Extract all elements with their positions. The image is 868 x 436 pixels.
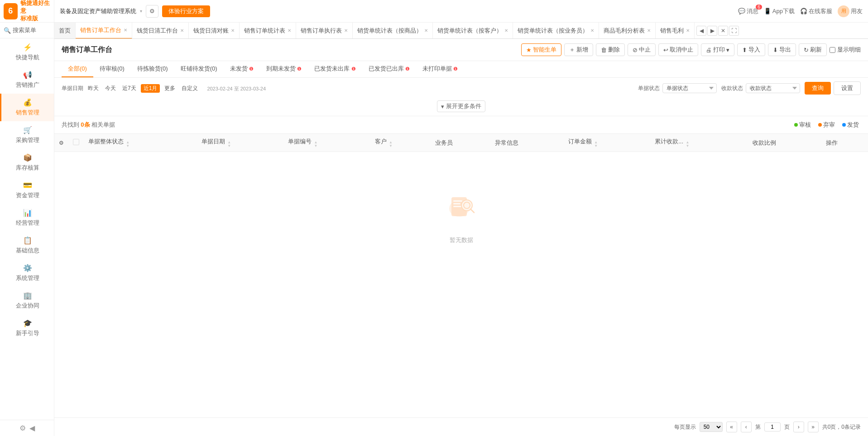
system-dropdown-arrow[interactable]: ▾: [140, 9, 142, 14]
delete-btn[interactable]: 🗑 删除: [596, 43, 625, 56]
sidebar-item-purchase[interactable]: 🛒 采购管理: [0, 121, 54, 149]
page-last-btn[interactable]: »: [808, 422, 819, 432]
select-all-checkbox[interactable]: [73, 139, 79, 145]
sort-date[interactable]: ▲▼: [227, 141, 231, 148]
subtab-expired[interactable]: 到期未发货 ❶: [260, 61, 308, 77]
subtab-not-shipped[interactable]: 未发货 ❶: [224, 61, 260, 77]
tab-nav-prev[interactable]: ◀: [696, 26, 706, 36]
tab-sales-stat-close[interactable]: ✕: [288, 28, 291, 33]
stop-btn[interactable]: ⊘ 中止: [628, 43, 656, 56]
tab-cash-reconcile[interactable]: 钱货日清对账 ✕: [189, 23, 240, 39]
date-option-today[interactable]: 今天: [103, 84, 118, 93]
sidebar-item-finance[interactable]: 💳 资金管理: [0, 176, 54, 204]
per-page-select[interactable]: 10 20 50 100: [700, 422, 723, 432]
tab-maximize[interactable]: ⛶: [729, 26, 739, 36]
sidebar-item-search[interactable]: 🔍 搜索菜单: [0, 23, 54, 38]
subtab-shipped-not-out[interactable]: 已发货未出库 ❶: [308, 61, 362, 77]
sort-collected[interactable]: ▲▼: [686, 141, 689, 148]
unreviewed-btn[interactable]: 弃审: [816, 120, 837, 130]
tab-sales-order[interactable]: 销售订单工作台 ✕: [76, 23, 132, 39]
tab-margin[interactable]: 商品毛利分析表 ✕: [599, 23, 656, 39]
tab-daily-cash-close[interactable]: ✕: [180, 28, 184, 33]
expand-more-btn[interactable]: ▾ 展开更多条件: [437, 100, 485, 112]
tab-sales-staff[interactable]: 销货单统计表（按业务员） ✕: [513, 23, 599, 39]
import-icon: ⬆: [742, 47, 747, 53]
subtab-wangpu[interactable]: 旺铺待发货(0): [174, 61, 224, 77]
print-btn[interactable]: 🖨 打印 ▾: [701, 43, 734, 56]
date-option-yesterday[interactable]: 昨天: [86, 84, 101, 93]
page-prev-btn[interactable]: ‹: [741, 422, 752, 432]
online-service-btn[interactable]: 🎧 在线客服: [800, 7, 832, 15]
tab-sales-customer[interactable]: 销货单统计表（按客户） ✕: [433, 23, 513, 39]
search-icon: 🔍: [4, 27, 11, 34]
set-btn[interactable]: 设置: [834, 81, 861, 95]
show-detail-label[interactable]: 显示明细: [830, 46, 861, 54]
sidebar-item-guide[interactable]: 🎓 新手引导: [0, 314, 54, 342]
review-btn[interactable]: 审核: [792, 120, 813, 130]
tab-close-all[interactable]: ✕: [718, 26, 728, 36]
subtab-shipped-out[interactable]: 已发货已出库 ❶: [362, 61, 416, 77]
subtab-not-printed[interactable]: 未打印单据 ❶: [416, 61, 464, 77]
subtab-pending-check[interactable]: 待拣验货(0): [131, 61, 174, 77]
tab-sales-exec-close[interactable]: ✕: [344, 28, 348, 33]
tab-sales-stat[interactable]: 销售订单统计表 ✕: [240, 23, 296, 39]
import-btn[interactable]: ⬆ 导入: [737, 43, 765, 56]
tab-nav-next[interactable]: ▶: [707, 26, 717, 36]
status-filter-select[interactable]: 单据状态: [662, 83, 717, 93]
ship-btn[interactable]: 发货: [840, 120, 861, 130]
user-menu-btn[interactable]: 用 用友: [838, 5, 863, 17]
tab-sales-more-close[interactable]: ✕: [686, 28, 690, 33]
date-option-7days[interactable]: 近7天: [120, 84, 138, 93]
query-btn[interactable]: 查询: [805, 82, 831, 95]
smart-order-btn[interactable]: ★ 智能生单: [521, 43, 561, 56]
date-option-more[interactable]: 更多: [163, 84, 177, 93]
payment-filter-select[interactable]: 收款状态: [746, 83, 800, 93]
sidebar-item-quick-nav[interactable]: ⚡ 快捷导航: [0, 38, 54, 66]
tab-sales-product[interactable]: 销货单统计表（按商品） ✕: [353, 23, 433, 39]
show-detail-checkbox[interactable]: [830, 47, 835, 53]
sidebar-item-inventory[interactable]: 📦 库存核算: [0, 149, 54, 176]
settings-gear-icon[interactable]: ⚙: [19, 424, 26, 432]
margin-tab-label: 商品毛利分析表: [604, 27, 645, 35]
tab-daily-cash[interactable]: 钱货日清工作台 ✕: [132, 23, 189, 39]
sidebar-item-system[interactable]: ⚙️ 系统管理: [0, 259, 54, 287]
messages-btn[interactable]: 💬 消息 6: [738, 7, 758, 15]
total-info: 共0页，0条记录: [822, 423, 861, 431]
subtab-pending[interactable]: 待审核(0): [93, 61, 131, 77]
col-settings[interactable]: ⚙: [54, 134, 68, 152]
sort-customer[interactable]: ▲▼: [389, 141, 393, 148]
topbar-settings-btn[interactable]: ⚙: [146, 5, 158, 18]
tab-sales-exec[interactable]: 销售订单执行表 ✕: [296, 23, 353, 39]
trial-btn[interactable]: 体验行业方案: [162, 5, 210, 17]
tab-home[interactable]: 首页: [54, 23, 76, 39]
sidebar-item-enterprise[interactable]: 🏢 企业协同: [0, 287, 54, 314]
app-download-btn[interactable]: 📱 App下载: [764, 7, 795, 15]
tab-sales-customer-close[interactable]: ✕: [504, 28, 508, 33]
page-first-btn[interactable]: «: [726, 422, 737, 432]
export-btn[interactable]: ⬇ 导出: [768, 43, 796, 56]
tab-sales-order-close[interactable]: ✕: [124, 28, 127, 33]
page-next-btn[interactable]: ›: [793, 422, 804, 432]
tab-sales-more[interactable]: 销售毛利 ✕: [656, 23, 695, 39]
sidebar-item-sales[interactable]: 💰 销售管理: [0, 94, 54, 121]
date-option-custom[interactable]: 自定义: [180, 84, 200, 93]
collapse-icon[interactable]: ◀: [29, 424, 35, 432]
sidebar-item-operations[interactable]: 📊 经营管理: [0, 204, 54, 232]
tab-sales-staff-close[interactable]: ✕: [590, 28, 594, 33]
refresh-btn[interactable]: ↻ 刷新: [799, 43, 827, 56]
sidebar-item-marketing[interactable]: 📢 营销推广: [0, 66, 54, 94]
sidebar-item-basic[interactable]: 📋 基础信息: [0, 232, 54, 259]
page-input[interactable]: [764, 422, 781, 431]
tab-cash-reconcile-close[interactable]: ✕: [231, 28, 235, 33]
filter-actions: 查询 设置: [805, 81, 861, 95]
sort-amount[interactable]: ▲▼: [594, 141, 598, 148]
tab-sales-product-close[interactable]: ✕: [424, 28, 428, 33]
add-btn[interactable]: ＋ 新增: [564, 43, 593, 56]
sort-number[interactable]: ▲▼: [314, 141, 318, 148]
cancel-stop-btn[interactable]: ↩ 取消中止: [658, 43, 698, 56]
sort-status[interactable]: ▲▼: [126, 141, 129, 148]
subtab-all[interactable]: 全部(0): [62, 61, 93, 77]
toolbar-right: 审核 弃审 发货: [792, 120, 861, 130]
date-option-1month[interactable]: 近1月: [141, 84, 160, 93]
tab-margin-close[interactable]: ✕: [647, 28, 651, 33]
